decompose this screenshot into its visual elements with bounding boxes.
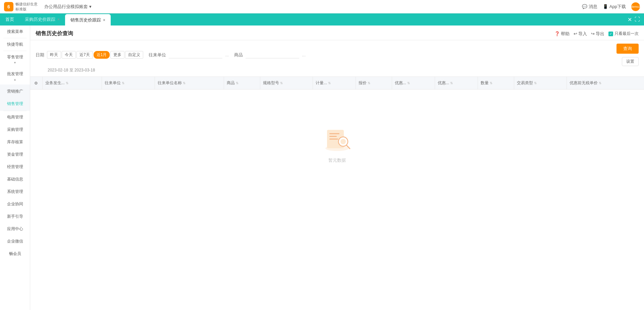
th-discount2[interactable]: 优惠... ⇅ bbox=[435, 77, 478, 90]
sort-icon-trade-type: ⇅ bbox=[534, 81, 537, 85]
th-unit[interactable]: 计量... ⇅ bbox=[313, 77, 356, 90]
tab-close-sales[interactable]: × bbox=[103, 18, 105, 22]
top-bar-right: 💬 消息 📱 App下载 demo2 bbox=[582, 2, 640, 11]
tab-home[interactable]: 首页 bbox=[0, 13, 19, 25]
partner-label: 往来单位 bbox=[149, 52, 166, 58]
import-icon: ↩ bbox=[574, 31, 577, 36]
sidebar-item-purchase[interactable]: 采购管理 bbox=[0, 123, 30, 136]
chevron-down-icon: ▾ bbox=[89, 4, 92, 9]
goods-label: 商品 bbox=[234, 52, 243, 58]
tab-actions: ✕ ⛶ bbox=[624, 16, 644, 23]
sidebar-item-wholesale[interactable]: 批发管理 ▴ bbox=[0, 68, 30, 85]
query-button[interactable]: 查询 bbox=[616, 44, 639, 54]
sidebar-item-enterprise[interactable]: 企业协同 bbox=[0, 198, 30, 210]
sidebar-item-finance[interactable]: 资金管理 bbox=[0, 148, 30, 161]
tab-sales-history[interactable]: 销售历史价跟踪 × bbox=[65, 14, 111, 26]
date-btn-group: 昨天 今天 近7天 近1月 更多 自定义 bbox=[47, 51, 143, 59]
svg-rect-2 bbox=[329, 133, 339, 134]
date-btn-today[interactable]: 今天 bbox=[62, 51, 76, 59]
sort-icon-qty: ⇅ bbox=[490, 81, 492, 85]
sort-icon-price: ⇅ bbox=[368, 81, 370, 85]
company-selector[interactable]: 办公用品行业模拟账套 ▾ bbox=[44, 4, 92, 10]
sort-icon-discount1: ⇅ bbox=[407, 81, 410, 85]
sidebar-item-apps[interactable]: 应用中心 bbox=[0, 223, 30, 235]
help-button[interactable]: ❓ 帮助 bbox=[554, 31, 570, 37]
tab-purchase-history[interactable]: 采购历史价跟踪 × bbox=[19, 13, 65, 25]
table-container: ⚙ 业务发生... ⇅ 往来单位 ⇅ bbox=[30, 77, 644, 310]
empty-state-icon bbox=[320, 123, 354, 153]
th-trade-type[interactable]: 交易类型 ⇅ bbox=[514, 77, 567, 90]
partner-filter-group: 往来单位 ... bbox=[149, 52, 229, 58]
sort-icon-biz-date: ⇅ bbox=[66, 81, 68, 85]
tab-minimize-button[interactable]: ✕ bbox=[628, 16, 632, 23]
partner-input[interactable] bbox=[169, 52, 222, 58]
date-label: 日期 bbox=[36, 52, 44, 58]
sidebar-item-ecommerce[interactable]: 电商管理 bbox=[0, 111, 30, 123]
latest-only-checkbox[interactable]: ✓ 只看最后一次 bbox=[608, 31, 639, 37]
sidebar-item-marketing[interactable]: 营销推广 bbox=[0, 85, 30, 98]
date-btn-7days[interactable]: 近7天 bbox=[76, 51, 93, 59]
tab-maximize-button[interactable]: ⛶ bbox=[635, 16, 640, 22]
phone-icon: 📱 bbox=[603, 4, 608, 9]
export-icon: ↪ bbox=[591, 31, 595, 36]
date-btn-1month[interactable]: 近1月 bbox=[94, 51, 110, 59]
date-btn-more[interactable]: 更多 bbox=[110, 51, 124, 59]
message-button[interactable]: 💬 消息 bbox=[582, 4, 597, 10]
export-button[interactable]: ↪ 导出 bbox=[591, 31, 604, 37]
sidebar-item-retail[interactable]: 零售管理 ▾ bbox=[0, 51, 30, 68]
th-spec[interactable]: 规格型号 ⇅ bbox=[260, 77, 313, 90]
th-gear[interactable]: ⚙ bbox=[30, 77, 42, 90]
sidebar-item-newbie[interactable]: 新手引导 bbox=[0, 210, 30, 223]
top-bar: 6 畅捷信好生意 标准版 办公用品行业模拟账套 ▾ 💬 消息 📱 App下载 d… bbox=[0, 0, 644, 13]
th-partner-name[interactable]: 往来单位名称 ⇅ bbox=[155, 77, 224, 90]
top-bar-left: 6 畅捷信好生意 标准版 办公用品行业模拟账套 ▾ bbox=[4, 2, 92, 11]
message-icon: 💬 bbox=[582, 4, 587, 9]
sidebar-item-search[interactable]: 搜索菜单 bbox=[0, 25, 30, 38]
th-goods[interactable]: 商品 ⇅ bbox=[224, 77, 260, 90]
avatar: demo2 bbox=[631, 2, 640, 11]
help-icon: ❓ bbox=[554, 31, 560, 36]
import-button[interactable]: ↩ 导入 bbox=[574, 31, 587, 37]
filter-right: 查询 设置 bbox=[616, 44, 639, 66]
th-price[interactable]: 报价 ⇅ bbox=[356, 77, 392, 90]
page-header: 销售历史价查询 ❓ 帮助 ↩ 导入 ↪ 导出 ✓ 只看最后一次 bbox=[30, 25, 644, 40]
th-partner-code[interactable]: 往来单位 ⇅ bbox=[102, 77, 155, 90]
content-area: 销售历史价查询 ❓ 帮助 ↩ 导入 ↪ 导出 ✓ 只看最后一次 bbox=[30, 25, 644, 310]
partner-picker-icon[interactable]: ... bbox=[225, 52, 229, 57]
sidebar-item-sales[interactable]: 销售管理 bbox=[0, 98, 30, 110]
goods-filter-group: 商品 ... bbox=[234, 52, 306, 58]
goods-input[interactable] bbox=[246, 52, 299, 58]
sort-icon-partner-name: ⇅ bbox=[183, 81, 185, 85]
page-actions: ❓ 帮助 ↩ 导入 ↪ 导出 ✓ 只看最后一次 bbox=[554, 31, 639, 37]
sidebar-item-membership[interactable]: 畅会员 bbox=[0, 248, 30, 260]
tab-bar: 首页 采购历史价跟踪 × 销售历史价跟踪 × ✕ ⛶ bbox=[0, 13, 644, 25]
tab-close-purchase[interactable]: × bbox=[57, 17, 60, 22]
sidebar-item-basics[interactable]: 基础信息 bbox=[0, 173, 30, 186]
user-profile[interactable]: demo2 bbox=[631, 2, 640, 11]
sidebar: 搜索菜单 快捷导航 零售管理 ▾ 批发管理 ▴ 营销推广 销售管理 电商管理 bbox=[0, 25, 30, 310]
th-discount1[interactable]: 优惠... ⇅ bbox=[392, 77, 435, 90]
filter-row: 日期 昨天 今天 近7天 近1月 更多 自定义 往来单位 ... bbox=[36, 44, 639, 66]
date-btn-yesterday[interactable]: 昨天 bbox=[47, 51, 61, 59]
sidebar-submenu: 营销推广 销售管理 bbox=[0, 85, 30, 111]
th-qty[interactable]: 数量 ⇅ bbox=[478, 77, 514, 90]
empty-state: 暂元数据 bbox=[30, 90, 644, 197]
logo-area: 6 畅捷信好生意 标准版 bbox=[4, 2, 38, 11]
th-biz-date[interactable]: 业务发生... ⇅ bbox=[42, 77, 102, 90]
app-download-button[interactable]: 📱 App下载 bbox=[603, 4, 626, 10]
sidebar-item-inventory[interactable]: 库存核算 bbox=[0, 136, 30, 148]
date-btn-custom[interactable]: 自定义 bbox=[125, 51, 143, 59]
sort-icon-goods: ⇅ bbox=[236, 81, 238, 85]
sidebar-item-wechat[interactable]: 企业微信 bbox=[0, 235, 30, 248]
svg-point-7 bbox=[340, 139, 346, 144]
sidebar-item-operations[interactable]: 经营管理 bbox=[0, 161, 30, 173]
main-layout: 搜索菜单 快捷导航 零售管理 ▾ 批发管理 ▴ 营销推广 销售管理 电商管理 bbox=[0, 25, 644, 310]
sidebar-item-shortcuts[interactable]: 快捷导航 bbox=[0, 38, 30, 51]
th-no-tax-price[interactable]: 优惠前无税单价 ⇅ bbox=[567, 77, 644, 90]
setting-button[interactable]: 设置 bbox=[622, 57, 639, 66]
goods-picker-icon[interactable]: ... bbox=[302, 52, 306, 57]
sidebar-item-system[interactable]: 系统管理 bbox=[0, 186, 30, 198]
sort-icon-unit: ⇅ bbox=[328, 81, 331, 85]
checkbox-checked-icon: ✓ bbox=[608, 32, 613, 36]
filter-bar: 日期 昨天 今天 近7天 近1月 更多 自定义 往来单位 ... bbox=[30, 40, 644, 77]
